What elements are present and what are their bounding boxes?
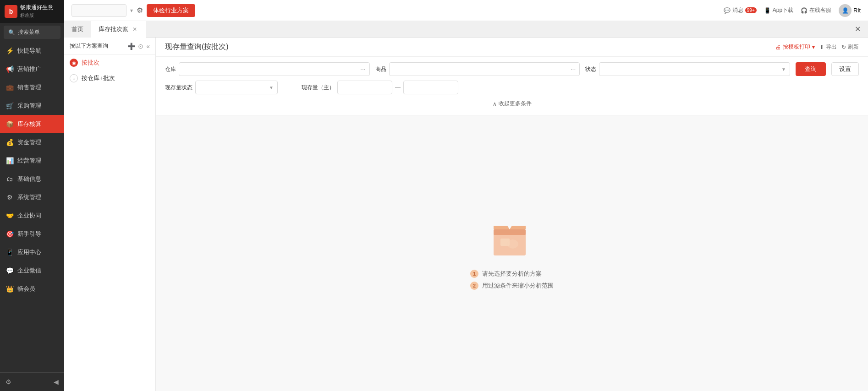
- inventory-icon: 📦: [5, 120, 14, 128]
- topbar-search-input[interactable]: [71, 4, 126, 17]
- query-button[interactable]: 查询: [796, 62, 826, 76]
- filter-stock-qty: 现存量（主） —: [302, 81, 458, 94]
- status-select[interactable]: ▼: [599, 62, 790, 76]
- sidebar-item-marketing[interactable]: 📢 营销推广: [0, 60, 64, 78]
- tab-close-icon[interactable]: ✕: [131, 26, 138, 33]
- svg-marker-2: [494, 226, 510, 229]
- tab-batch-inventory[interactable]: 库存批次账 ✕: [91, 21, 146, 38]
- search-icon: 🔍: [8, 29, 15, 36]
- hint-text-1: 请先选择要分析的方案: [482, 270, 542, 278]
- product-dots: ···: [571, 65, 576, 73]
- sidebar-title: 畅康通好生意: [20, 4, 53, 11]
- sidebar-item-quicknav[interactable]: ⚡ 快捷导航: [0, 42, 64, 60]
- sidebar-item-apps[interactable]: 📱 应用中心: [0, 243, 64, 261]
- finance-icon: 💰: [5, 138, 14, 147]
- notifications-btn[interactable]: 💬 消息 99+: [724, 6, 757, 14]
- stock-status-select[interactable]: ▼: [195, 81, 278, 94]
- stock-status-arrow: ▼: [269, 85, 274, 90]
- collapse-sidebar-icon[interactable]: ◀: [52, 376, 60, 387]
- add-plan-icon[interactable]: ➕: [127, 43, 135, 50]
- empty-hint-2: 2 用过滤条件来缩小分析范围: [470, 282, 554, 290]
- empty-hint-1: 1 请先选择要分析的方案: [470, 270, 554, 278]
- empty-icon: [489, 217, 535, 262]
- sidebar-item-label: 快捷导航: [17, 47, 41, 55]
- sidebar-item-label: 经营管理: [17, 157, 41, 165]
- wechat-icon: 💬: [5, 266, 14, 275]
- sidebar: b 畅康通好生意 标准版 🔍 搜索菜单 ⚡ 快捷导航 📢 营销推广 💼 销售管理…: [0, 0, 64, 391]
- topbar-dropdown-icon[interactable]: ▾: [130, 7, 133, 14]
- headset-icon: 🎧: [801, 7, 808, 14]
- sidebar-search[interactable]: 🔍 搜索菜单: [4, 26, 60, 39]
- settings-plan-icon[interactable]: ⊙: [138, 43, 143, 50]
- plan-item-warehouse-batch[interactable]: ○ 按仓库+批次: [64, 71, 155, 86]
- sidebar-item-purchase[interactable]: 🛒 采购管理: [0, 97, 64, 115]
- print-dropdown-icon: ▾: [812, 44, 815, 50]
- app-download-btn[interactable]: 📱 App下载: [764, 6, 793, 14]
- username-label: Rit: [853, 7, 861, 14]
- hint-num-1: 1: [470, 270, 478, 278]
- sidebar-item-label: 新手引导: [17, 230, 41, 238]
- filter-row-2: 现存量状态 ▼ 现存量（主） —: [165, 81, 859, 94]
- collapse-more-conditions[interactable]: ∧ 收起更多条件: [165, 98, 859, 109]
- collapse-more-label: 收起更多条件: [499, 100, 532, 108]
- tab-home[interactable]: 首页: [64, 21, 91, 38]
- sidebar-footer: ⚙ ◀: [0, 372, 64, 391]
- sidebar-item-basic[interactable]: 🗂 基础信息: [0, 170, 64, 188]
- sidebar-item-system[interactable]: ⚙ 系统管理: [0, 188, 64, 206]
- message-icon: 💬: [724, 7, 731, 14]
- trial-btn[interactable]: 体验行业方案: [147, 4, 195, 17]
- warehouse-dots: ···: [360, 65, 366, 73]
- empty-state: 1 请先选择要分析的方案 2 用过滤条件来缩小分析范围: [156, 115, 868, 391]
- product-label: 商品: [375, 65, 386, 73]
- sidebar-item-label: 基础信息: [17, 175, 41, 183]
- settings-button[interactable]: 设置: [831, 62, 859, 76]
- filter-area: 仓库 ··· 商品 ··· 状态: [156, 57, 868, 115]
- sidebar-item-newbie[interactable]: 🎯 新手引导: [0, 225, 64, 243]
- right-panel: 现存量查询(按批次) 🖨 按模板打印 ▾ ⬆ 导出 ↻ 刷新: [156, 38, 868, 391]
- basic-icon: 🗂: [5, 175, 14, 183]
- plan-item-batch[interactable]: ◉ 按批次: [64, 55, 155, 71]
- print-icon: 🖨: [775, 44, 781, 50]
- avatar: 👤: [839, 4, 852, 17]
- print-btn[interactable]: 🖨 按模板打印 ▾: [775, 43, 815, 51]
- filter-row-1: 仓库 ··· 商品 ··· 状态: [165, 62, 859, 76]
- sidebar-item-label: 企业微信: [17, 266, 41, 275]
- refresh-btn[interactable]: ↻ 刷新: [841, 43, 859, 51]
- stock-qty-from-input[interactable]: [337, 81, 392, 94]
- sidebar-nav: ⚡ 快捷导航 📢 营销推广 💼 销售管理 🛒 采购管理 📦 库存核算 💰 资金管…: [0, 42, 64, 372]
- export-icon: ⬆: [819, 44, 824, 50]
- filter-status: 状态 ▼: [585, 62, 790, 76]
- sidebar-header: b 畅康通好生意 标准版: [0, 0, 64, 23]
- refresh-icon: ↻: [841, 44, 846, 50]
- export-label: 导出: [826, 43, 837, 51]
- sidebar-item-label: 系统管理: [17, 193, 41, 201]
- sidebar-item-member[interactable]: 👑 畅会员: [0, 280, 64, 298]
- close-panel-icon[interactable]: ✕: [855, 25, 861, 33]
- warehouse-input[interactable]: ···: [179, 62, 370, 76]
- topbar-gear-icon[interactable]: ⚙: [137, 6, 143, 15]
- settings-footer-icon[interactable]: ⚙: [4, 376, 13, 387]
- sidebar-item-operations[interactable]: 📊 经营管理: [0, 152, 64, 170]
- online-service-btn[interactable]: 🎧 在线客服: [801, 6, 831, 14]
- sidebar-item-inventory[interactable]: 📦 库存核算: [0, 115, 64, 133]
- filter-warehouse: 仓库 ···: [165, 62, 370, 76]
- export-btn[interactable]: ⬆ 导出: [819, 43, 837, 51]
- marketing-icon: 📢: [5, 65, 14, 73]
- collapse-panel-icon[interactable]: «: [146, 43, 150, 50]
- purchase-icon: 🛒: [5, 102, 14, 110]
- stock-qty-to-input[interactable]: [403, 81, 458, 94]
- sidebar-item-enterprise[interactable]: 🤝 企业协同: [0, 206, 64, 225]
- product-input[interactable]: ···: [389, 62, 580, 76]
- sidebar-item-wechat[interactable]: 💬 企业微信: [0, 261, 64, 280]
- empty-hints: 1 请先选择要分析的方案 2 用过滤条件来缩小分析范围: [470, 270, 554, 290]
- sidebar-item-sales[interactable]: 💼 销售管理: [0, 78, 64, 97]
- user-menu[interactable]: 👤 Rit: [839, 4, 861, 17]
- sidebar-item-label: 应用中心: [17, 248, 41, 256]
- tab-batch-label: 库存批次账: [99, 25, 128, 33]
- user-icon: 👤: [842, 7, 849, 14]
- plan-icon-active: ◉: [70, 59, 78, 67]
- filter-stock-status: 现存量状态 ▼: [165, 81, 278, 94]
- plan-label-warehouse-batch: 按仓库+批次: [82, 74, 115, 82]
- hint-text-2: 用过滤条件来缩小分析范围: [482, 282, 554, 290]
- sidebar-item-finance[interactable]: 💰 资金管理: [0, 133, 64, 152]
